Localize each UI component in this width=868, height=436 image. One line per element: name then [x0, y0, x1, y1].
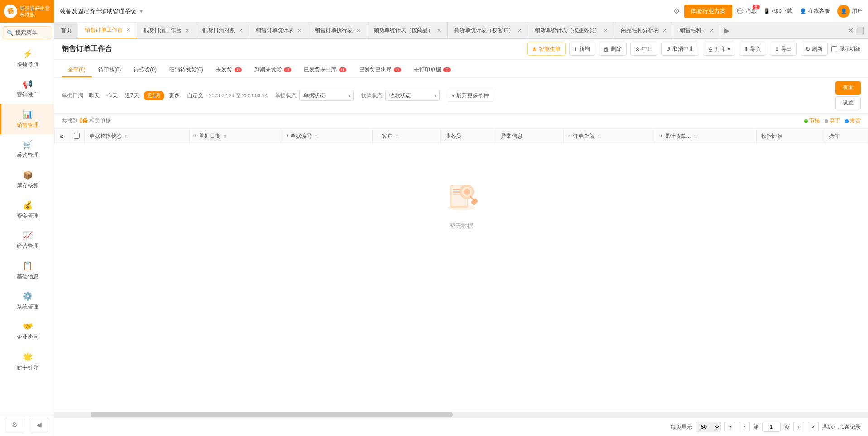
sidebar-item-collab[interactable]: 🤝 企业协同 [0, 316, 54, 346]
tab-close-icon[interactable]: ✕ [710, 28, 714, 33]
page-input[interactable] [762, 422, 781, 432]
tab-close-all-icon[interactable]: ✕ [848, 26, 854, 35]
setting-button[interactable]: 设置 [835, 96, 861, 109]
tab-close-icon[interactable]: ✕ [437, 28, 441, 33]
status-tab-wangpu-ship[interactable]: 旺铺待发货(0) [163, 63, 210, 77]
page-prev-button[interactable]: ‹ [739, 422, 750, 432]
sort-icon[interactable]: ⇅ [315, 134, 318, 139]
page-first-button[interactable]: « [724, 422, 735, 432]
sort-icon[interactable]: ⇅ [396, 134, 399, 139]
date-option-custom[interactable]: 自定义 [184, 91, 206, 100]
status-tab-pending-audit[interactable]: 待审核(0) [92, 63, 128, 77]
overdue-ship-badge: 0 [284, 67, 291, 72]
sidebar-item-marketing[interactable]: 📢 营销推广 [0, 74, 54, 104]
horizontal-scrollbar[interactable] [54, 412, 868, 417]
export-button[interactable]: ⬇ 导出 [770, 43, 797, 56]
import-button[interactable]: ⬆ 导入 [739, 43, 766, 56]
tab-sales-workbench[interactable]: 销售订单工作台 ✕ [78, 23, 137, 38]
sidebar-item-label: 库存核算 [17, 182, 38, 190]
status-tab-shipped-not-out[interactable]: 已发货未出库 0 [297, 63, 352, 77]
tab-sales-product[interactable]: 销货单统计表（按商品） ✕ [367, 23, 448, 38]
date-option-today[interactable]: 今天 [104, 91, 120, 100]
online-service-button[interactable]: 👤 在线客服 [800, 7, 830, 15]
tab-cash-reconcile[interactable]: 钱货日清对账 ✕ [196, 23, 249, 38]
tab-nav-more[interactable]: ▶ [720, 23, 733, 38]
delete-button[interactable]: 🗑 删除 [599, 43, 627, 56]
tab-sales-profit[interactable]: 销售毛利... ✕ [673, 23, 720, 38]
tab-cash-daily[interactable]: 钱货日清工作台 ✕ [137, 23, 196, 38]
page-last-button[interactable]: » [808, 422, 819, 432]
user-menu-button[interactable]: 👤 用户 [837, 5, 863, 18]
experience-button[interactable]: 体验行业方案 [684, 5, 732, 18]
sort-icon[interactable]: ⇅ [694, 134, 697, 139]
revoke-action-button[interactable]: 弃审 [825, 117, 840, 125]
payment-select[interactable]: 收款状态 [385, 90, 440, 101]
refresh-button[interactable]: ↻ 刷新 [801, 43, 828, 56]
tab-sales-customer[interactable]: 销货单统计表（按客户） ✕ [448, 23, 528, 38]
date-option-yesterday[interactable]: 昨天 [86, 91, 102, 100]
tab-close-icon[interactable]: ✕ [356, 28, 360, 33]
sort-icon[interactable]: ⇅ [125, 134, 128, 139]
tab-home[interactable]: 首页 [54, 23, 78, 38]
logo-text: 畅捷通好生意 标准版 [20, 5, 50, 18]
sort-icon[interactable]: ⇅ [223, 134, 227, 139]
sidebar-item-system[interactable]: ⚙️ 系统管理 [0, 286, 54, 316]
date-option-7days[interactable]: 近7天 [122, 91, 142, 100]
sidebar-item-finance[interactable]: 💰 资金管理 [0, 195, 54, 225]
show-detail-input[interactable] [831, 46, 837, 52]
audit-action-button[interactable]: 审核 [804, 117, 820, 125]
sidebar-item-management[interactable]: 📈 经营管理 [0, 225, 54, 256]
message-button[interactable]: 💬 消息 6 [737, 7, 756, 15]
suspend-button[interactable]: ⊘ 中止 [630, 43, 657, 56]
expand-filter-label: 展开更多条件 [456, 92, 489, 100]
sidebar-item-quick-nav[interactable]: ⚡ 快捷导航 [0, 43, 54, 74]
th-checkbox[interactable] [69, 129, 85, 144]
status-tab-all[interactable]: 全部(0) [62, 63, 92, 77]
add-button[interactable]: + 新增 [569, 43, 595, 56]
tab-sales-exec[interactable]: 销售订单执行表 ✕ [308, 23, 367, 38]
date-option-1month[interactable]: 近1月 [144, 91, 165, 100]
sidebar-item-guide[interactable]: 🌟 新手引导 [0, 346, 54, 377]
tab-close-icon[interactable]: ✕ [518, 28, 522, 33]
search-menu-button[interactable]: 🔍 搜索菜单 [3, 26, 51, 39]
print-button[interactable]: 🖨 打印 ▾ [703, 43, 735, 56]
per-page-select[interactable]: 50 100 200 [696, 422, 721, 432]
show-detail-checkbox[interactable]: 显示明细 [831, 45, 861, 53]
sidebar-item-inventory[interactable]: 📦 库存核算 [0, 165, 54, 195]
tab-close-icon[interactable]: ✕ [604, 28, 608, 33]
sidebar-item-sales[interactable]: 📊 销售管理 [0, 104, 54, 134]
status-tab-not-shipped[interactable]: 未发货 0 [210, 63, 248, 77]
query-button[interactable]: 查询 [835, 81, 861, 95]
status-tab-overdue-ship[interactable]: 到期未发货 0 [248, 63, 297, 77]
sidebar-item-basic-info[interactable]: 📋 基础信息 [0, 256, 54, 286]
sidebar-item-purchase[interactable]: 🛒 采购管理 [0, 134, 54, 165]
cancel-suspend-button[interactable]: ↺ 取消中止 [661, 43, 699, 56]
tab-close-icon[interactable]: ✕ [126, 27, 130, 33]
horizontal-scrollbar-thumb[interactable] [91, 412, 453, 417]
tab-close-icon[interactable]: ✕ [662, 28, 667, 33]
th-settings[interactable]: ⚙ [55, 129, 69, 144]
sort-icon[interactable]: ⇅ [598, 134, 601, 139]
sidebar-collapse-button[interactable]: ◀ [29, 418, 50, 431]
sidebar: 畅 畅捷通好生意 标准版 🔍 搜索菜单 ⚡ 快捷导航 📢 营销推广 📊 销售管理… [0, 0, 54, 436]
status-tab-pending-pick[interactable]: 待拣货(0) [127, 63, 163, 77]
tab-profit-analysis[interactable]: 商品毛利分析表 ✕ [614, 23, 673, 38]
settings-icon[interactable]: ⚙ [673, 7, 680, 15]
tab-sales-stats[interactable]: 销售订单统计表 ✕ [249, 23, 308, 38]
tab-close-icon[interactable]: ✕ [297, 28, 302, 33]
ship-action-button[interactable]: 发货 [845, 117, 861, 125]
app-download-button[interactable]: 📱 App下载 [763, 7, 792, 15]
tab-close-icon[interactable]: ✕ [239, 28, 243, 33]
tab-close-icon[interactable]: ✕ [185, 28, 189, 33]
date-option-more[interactable]: 更多 [166, 91, 182, 100]
status-tab-shipped-out[interactable]: 已发货已出库 0 [353, 63, 408, 77]
tab-maximize-icon[interactable]: ⬜ [855, 26, 864, 35]
page-next-button[interactable]: › [793, 422, 804, 432]
select-all-checkbox[interactable] [74, 133, 80, 139]
status-select[interactable]: 单据状态 [299, 90, 354, 101]
smart-create-button[interactable]: ★ 智能生单 [527, 43, 566, 56]
status-tab-not-printed[interactable]: 未打印单据 0 [408, 63, 457, 77]
sidebar-settings-button[interactable]: ⚙ [5, 418, 25, 431]
expand-filter-button[interactable]: ▾ 展开更多条件 [447, 90, 494, 102]
tab-sales-staff[interactable]: 销货单统计表（按业务员） ✕ [528, 23, 614, 38]
